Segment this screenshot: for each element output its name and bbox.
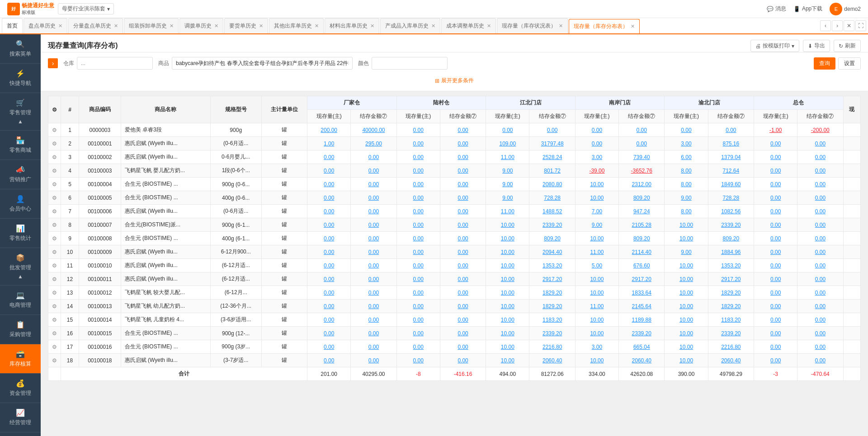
cell-w1-amt: 0.00 xyxy=(440,123,486,137)
setting-btn[interactable]: 设置 xyxy=(838,57,861,70)
sidebar-icon-5: 👤 xyxy=(16,195,25,203)
cell-settings[interactable]: ⚙ xyxy=(48,259,61,272)
app-download-btn[interactable]: 📱 App下载 xyxy=(793,5,822,13)
tab-close-11[interactable]: ✕ xyxy=(631,23,635,29)
cell-code: 0000003 xyxy=(79,123,121,137)
sidebar-item-9[interactable]: 📋 采购管理 xyxy=(0,315,41,344)
cell-settings[interactable]: ⚙ xyxy=(48,218,61,232)
color-input[interactable] xyxy=(372,57,448,70)
tab-close-2[interactable]: ✕ xyxy=(114,23,118,29)
tab-close-6[interactable]: ✕ xyxy=(315,23,319,29)
cell-w2-amt: 2528.24 xyxy=(529,150,575,164)
tab-2[interactable]: 分量盘点单历史✕ xyxy=(68,18,123,33)
cell-w4-qty: 10.00 xyxy=(665,354,708,367)
cell-settings[interactable]: ⚙ xyxy=(48,327,61,340)
cell-settings[interactable]: ⚙ xyxy=(48,232,61,245)
cell-settings[interactable]: ⚙ xyxy=(48,313,61,327)
export-btn[interactable]: ⬇ 导出 xyxy=(803,40,830,52)
tab-4[interactable]: 调拨单历史✕ xyxy=(179,18,223,33)
sidebar-item-1[interactable]: ⚡ 快捷导航 xyxy=(0,64,41,93)
cell-settings[interactable]: ⚙ xyxy=(48,150,61,164)
expand-conditions-btn[interactable]: ⊞ 展开更多条件 xyxy=(435,77,474,84)
summary-w0-amt: 40295.00 xyxy=(351,367,396,381)
tab-close-7[interactable]: ✕ xyxy=(370,23,374,29)
cell-w5-qty: 0.00 xyxy=(754,164,797,178)
tab-prev-btn[interactable]: ‹ xyxy=(820,20,831,31)
cell-settings[interactable]: ⚙ xyxy=(48,191,61,205)
tab-close-5[interactable]: ✕ xyxy=(259,23,263,29)
tab-close-btn[interactable]: ✕ xyxy=(844,20,854,31)
cell-settings[interactable]: ⚙ xyxy=(48,137,61,150)
refresh-btn[interactable]: ↻ 刷新 xyxy=(834,40,861,52)
tab-7[interactable]: 材料出库单历史✕ xyxy=(325,18,379,33)
tab-close-9[interactable]: ✕ xyxy=(487,23,491,29)
sidebar-item-4[interactable]: 📣 营销推广 xyxy=(0,160,41,189)
cell-w5-qty: 0.00 xyxy=(754,327,797,340)
sidebar-item-11[interactable]: 💰 资金管理 xyxy=(0,374,41,403)
user-menu[interactable]: E demo2 xyxy=(830,3,861,15)
sidebar-item-12[interactable]: 📈 经营管理 xyxy=(0,403,41,432)
cell-settings[interactable]: ⚙ xyxy=(48,178,61,191)
cell-settings[interactable]: ⚙ xyxy=(48,123,61,137)
tab-11[interactable]: 现存量（库存分布表）✕ xyxy=(569,19,640,33)
sidebar-item-3[interactable]: 🏪 零售商城 xyxy=(0,131,41,160)
summary-current xyxy=(843,367,860,381)
industry-dropdown[interactable]: 母婴行业演示陈套 ▾ xyxy=(58,3,114,14)
warehouse-label: 仓库 xyxy=(63,60,74,67)
tab-10[interactable]: 现存量（库存状况表）✕ xyxy=(497,18,568,33)
cell-w1-qty: 0.00 xyxy=(396,232,440,245)
sidebar-item-13[interactable]: ℹ️ 基础信息 xyxy=(0,432,41,436)
tab-0[interactable]: 首页 xyxy=(2,18,23,33)
tab-6[interactable]: 其他出库单历史✕ xyxy=(269,18,324,33)
col-settings[interactable]: ⚙ xyxy=(48,96,61,123)
cell-settings[interactable]: ⚙ xyxy=(48,300,61,313)
cell-settings[interactable]: ⚙ xyxy=(48,354,61,367)
cell-settings[interactable]: ⚙ xyxy=(48,340,61,354)
summary-w5-qty: -3 xyxy=(754,367,797,381)
tab-3[interactable]: 组装拆卸单历史✕ xyxy=(124,18,179,33)
cell-w0-amt: 0.00 xyxy=(351,340,396,354)
cell-settings[interactable]: ⚙ xyxy=(48,272,61,286)
cell-settings[interactable]: ⚙ xyxy=(48,245,61,259)
search-area: › 仓库 商品 颜色 查询 设置 xyxy=(41,52,868,91)
print-btn[interactable]: 🖨 按模版打印▾ xyxy=(750,40,799,52)
sidebar-item-8[interactable]: 💻 电商管理 xyxy=(0,286,41,315)
cell-settings[interactable]: ⚙ xyxy=(48,164,61,178)
product-input[interactable] xyxy=(172,57,353,70)
tab-close-4[interactable]: ✕ xyxy=(214,23,218,29)
tab-close-10[interactable]: ✕ xyxy=(559,23,563,29)
cell-w1-qty: 0.00 xyxy=(396,205,440,218)
sidebar-item-0[interactable]: 🔍 搜索英单 xyxy=(0,34,41,64)
sidebar-icon-9: 📋 xyxy=(16,320,25,329)
cell-w2-amt: 2917.20 xyxy=(529,272,575,286)
tab-5[interactable]: 要货单历史✕ xyxy=(224,18,268,33)
tab-9[interactable]: 成本调整单历史✕ xyxy=(441,18,496,33)
cell-no: 3 xyxy=(61,150,79,164)
cell-settings[interactable]: ⚙ xyxy=(48,286,61,300)
sidebar-item-2[interactable]: 🛒 零售管理▲ xyxy=(0,93,41,131)
cell-settings[interactable]: ⚙ xyxy=(48,205,61,218)
tab-close-3[interactable]: ✕ xyxy=(170,23,174,29)
sidebar-item-7[interactable]: 📦 批发管理▲ xyxy=(0,248,41,286)
sidebar-item-10[interactable]: 🗃️ 库存核算 xyxy=(0,344,41,374)
tab-next-btn[interactable]: › xyxy=(832,20,843,31)
cell-w2-amt: 2339.20 xyxy=(529,218,575,232)
message-btn[interactable]: 💬 消息 xyxy=(767,5,786,13)
collapse-arrow[interactable]: › xyxy=(48,58,58,68)
query-btn[interactable]: 查询 xyxy=(814,57,835,70)
sidebar-item-6[interactable]: 📊 零售统计 xyxy=(0,219,41,248)
tab-close-8[interactable]: ✕ xyxy=(431,23,435,29)
tab-8[interactable]: 产成品入库单历史✕ xyxy=(380,18,440,33)
th-warehouse-3: 江北门店 xyxy=(486,96,576,110)
warehouse-input[interactable] xyxy=(77,57,153,70)
cell-w3-amt: 0.00 xyxy=(619,137,665,150)
summary-w3-amt: 42620.08 xyxy=(619,367,665,381)
sidebar-item-5[interactable]: 👤 会员中心 xyxy=(0,189,41,219)
cell-w5-qty: 0.00 xyxy=(754,354,797,367)
tab-expand-btn[interactable]: ⛶ xyxy=(855,20,866,31)
cell-w4-amt: 1353.20 xyxy=(708,259,754,272)
cell-no: 17 xyxy=(61,340,79,354)
tab-close-1[interactable]: ✕ xyxy=(58,23,62,29)
tab-1[interactable]: 盘点单历史✕ xyxy=(24,18,67,33)
table-row: ⚙ 7 00100006 惠氏启赋 (Wyeth illu... (0-6月适.… xyxy=(48,205,861,218)
